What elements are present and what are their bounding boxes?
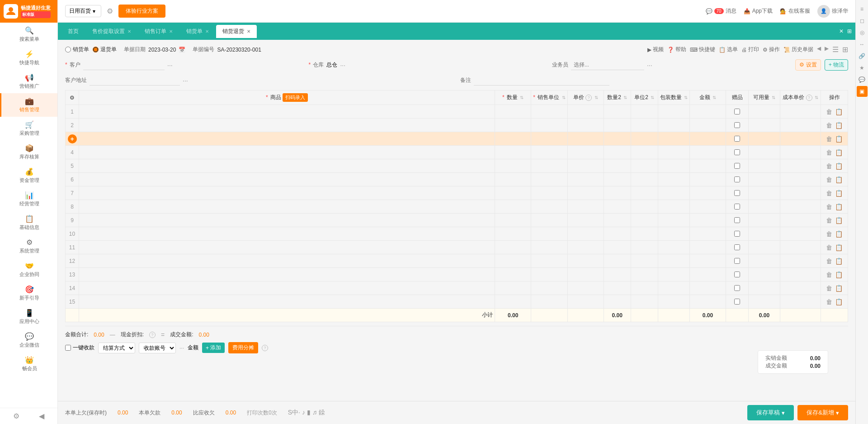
row-4-copy-icon[interactable]: 📋 <box>835 149 843 156</box>
row-14-copy-icon[interactable]: 📋 <box>835 285 843 292</box>
industry-selector[interactable]: 日用百货 ▾ <box>65 5 101 17</box>
row-3-add-btn[interactable]: + <box>66 132 79 146</box>
tab-home[interactable]: 首页 <box>61 25 85 38</box>
row-1-unit2[interactable] <box>631 105 658 119</box>
row-11-gift-check[interactable] <box>734 244 740 250</box>
row-2-avail[interactable] <box>749 119 780 132</box>
save-new-btn[interactable]: 保存&新增 ▾ <box>797 405 848 420</box>
row-2-qty2[interactable] <box>604 119 631 132</box>
split-info-icon[interactable]: ? <box>262 345 268 351</box>
sidebar-item-operations[interactable]: 📊 经营管理 <box>0 187 57 211</box>
right-sidebar-btn-4[interactable]: ↔ <box>857 39 868 50</box>
right-sidebar-btn-1[interactable]: ≡ <box>857 4 868 14</box>
row-3-product-input[interactable] <box>81 136 493 142</box>
one-click-payment-check[interactable] <box>65 345 71 351</box>
row-3-gift[interactable] <box>726 132 749 146</box>
cost-info-icon[interactable]: ? <box>806 95 812 101</box>
row-6-gift-check[interactable] <box>734 176 740 182</box>
row-2-unit[interactable] <box>531 119 567 132</box>
calendar-icon[interactable]: 📅 <box>179 47 185 53</box>
right-sidebar-btn-7[interactable]: 💬 <box>857 74 868 85</box>
radio-sales-input[interactable] <box>65 47 71 52</box>
help-btn[interactable]: ❓ 帮助 <box>667 45 686 54</box>
row-3-price[interactable] <box>567 132 604 146</box>
sidebar-item-sales[interactable]: 💼 销售管理 <box>0 93 57 117</box>
sidebar-item-enterprise[interactable]: 🤝 企业协同 <box>0 258 57 281</box>
add-row-icon[interactable]: + <box>68 134 77 143</box>
customer-input[interactable] <box>83 60 165 70</box>
unit-sort-icon[interactable]: ⇅ <box>562 95 566 100</box>
right-sidebar-btn-5[interactable]: 🔗 <box>857 51 868 62</box>
row-2-amount[interactable] <box>690 119 726 132</box>
qty2-sort-icon[interactable]: ⇅ <box>623 95 627 100</box>
row-11-copy-icon[interactable]: 📋 <box>835 244 843 251</box>
notification-btn[interactable]: 💬 70 消息 <box>706 7 736 15</box>
discount-info-icon[interactable]: ? <box>149 332 156 338</box>
row-4-gift-check[interactable] <box>734 149 740 155</box>
row-1-pkg[interactable] <box>658 105 689 119</box>
sidebar-item-quick-nav[interactable]: ⚡ 快捷导航 <box>0 46 57 70</box>
form-settings-btn[interactable]: ⚙ 设置 <box>795 59 821 71</box>
tab-sales[interactable]: 销货单 ✕ <box>180 25 215 38</box>
row-2-delete-icon[interactable]: 🗑 <box>826 122 832 129</box>
sidebar-item-inventory[interactable]: 📦 库存核算 <box>0 140 57 164</box>
warehouse-picker-icon[interactable]: ··· <box>340 62 345 69</box>
shortcut-btn[interactable]: ⌨ 快捷键 <box>690 45 715 54</box>
view-list-icon[interactable]: ☰ <box>832 45 839 54</box>
account-picker-dots[interactable]: ··· <box>179 345 184 351</box>
row-3-qty[interactable] <box>495 132 531 146</box>
row-4-delete-icon[interactable]: 🗑 <box>826 149 832 156</box>
row-1-avail[interactable] <box>749 105 780 119</box>
cost-sort-icon[interactable]: ⇅ <box>815 95 818 100</box>
tab-restore-icon[interactable]: ⊞ <box>847 28 852 34</box>
row-15-copy-icon[interactable]: 📋 <box>835 298 843 305</box>
tab-sales-order[interactable]: 销售订单 ✕ <box>138 25 179 38</box>
row-3-delete-icon[interactable]: 🗑 <box>826 135 832 143</box>
nav-prev-icon[interactable]: ◀ <box>817 45 821 54</box>
row-6-copy-icon[interactable]: 📋 <box>835 176 843 183</box>
salesperson-input[interactable] <box>571 60 644 70</box>
topbar-settings-icon[interactable]: ⚙ <box>107 7 113 15</box>
select-order-btn[interactable]: 📋 选单 <box>719 45 738 54</box>
row-10-copy-icon[interactable]: 📋 <box>835 230 843 238</box>
row-9-gift-check[interactable] <box>734 217 740 223</box>
row-2-price[interactable] <box>567 119 604 132</box>
tab-price-settings[interactable]: 售价提取设置 ✕ <box>86 25 137 38</box>
row-7-gift-check[interactable] <box>734 190 740 196</box>
row-7-delete-icon[interactable]: 🗑 <box>826 190 832 197</box>
right-sidebar-btn-6[interactable]: ★ <box>857 62 868 73</box>
scan-btn[interactable]: 扫码录入 <box>283 93 308 102</box>
add-logistics-btn[interactable]: + 物流 <box>825 59 848 71</box>
row-3-cost[interactable] <box>780 132 821 146</box>
row-2-gift[interactable] <box>726 119 749 132</box>
split-costs-btn[interactable]: 费用分摊 <box>228 342 258 353</box>
price-sort-icon[interactable]: ⇅ <box>594 95 598 100</box>
tab-close-all-icon[interactable]: ✕ <box>839 28 844 34</box>
row-1-qty[interactable] <box>495 105 531 119</box>
row-12-gift-check[interactable] <box>734 258 740 264</box>
sidebar-item-wechat[interactable]: 💬 企业微信 <box>0 329 57 352</box>
sidebar-item-purchase[interactable]: 🛒 采购管理 <box>0 117 57 140</box>
row-8-delete-icon[interactable]: 🗑 <box>826 203 832 210</box>
row-15-gift-check[interactable] <box>734 299 740 305</box>
tab-sales-order-close[interactable]: ✕ <box>169 29 173 34</box>
row-1-cost[interactable] <box>780 105 821 119</box>
radio-sales[interactable]: 销货单 <box>65 46 89 53</box>
tab-sales-return-close[interactable]: ✕ <box>247 29 250 34</box>
account-select[interactable]: 收款账号 <box>139 343 176 353</box>
history-btn[interactable]: 📜 历史单据 <box>783 45 813 54</box>
row-1-product[interactable] <box>79 105 495 119</box>
calc-method-select[interactable]: 结算方式 <box>98 343 135 353</box>
row-9-copy-icon[interactable]: 📋 <box>835 217 843 224</box>
row-3-qty2[interactable] <box>604 132 631 146</box>
save-draft-btn[interactable]: 保存草稿 ▾ <box>747 405 794 420</box>
row-6-delete-icon[interactable]: 🗑 <box>826 176 832 183</box>
video-btn[interactable]: ▶ 视频 <box>647 45 664 54</box>
right-sidebar-btn-3[interactable]: ◎ <box>857 27 868 38</box>
print-btn[interactable]: 🖨 打印 <box>741 45 759 54</box>
user-profile[interactable]: 👤 徐泽华 <box>817 5 848 18</box>
row-12-copy-icon[interactable]: 📋 <box>835 257 843 265</box>
sidebar-item-finance[interactable]: 💰 资金管理 <box>0 164 57 187</box>
nav-next-icon[interactable]: ▶ <box>825 45 829 54</box>
operate-btn[interactable]: ⚙ 操作 <box>763 45 780 54</box>
